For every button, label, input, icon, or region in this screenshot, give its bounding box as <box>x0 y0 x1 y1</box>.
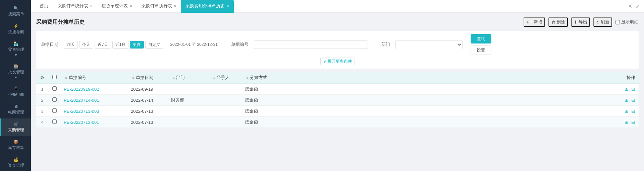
export-button[interactable]: ⬇ 导出 <box>571 17 590 27</box>
tab-inbound-stat[interactable]: 进货单统计表 × <box>97 0 137 13</box>
row-dept-cell <box>168 84 208 95</box>
row-check-cell[interactable] <box>48 84 60 95</box>
tab-purchase-order-stat-close[interactable]: × <box>90 4 92 8</box>
dept-select[interactable] <box>395 40 463 49</box>
row-edit-icon-1[interactable]: ⊞ <box>625 97 629 103</box>
row-action-cell: ⊞ ⊟ <box>612 84 639 95</box>
dept-label: 部门 <box>381 41 390 48</box>
sidebar-item-retail[interactable]: 🏪 零售管理 ▼ <box>0 38 31 61</box>
row-check-cell[interactable] <box>48 106 60 117</box>
doc-num-label: 单据编号 <box>231 41 249 48</box>
tab-purchase-exec[interactable]: 采购订单执行表 × <box>137 0 181 13</box>
row-more-icon-1[interactable]: ⊟ <box>631 97 635 103</box>
select-all-checkbox[interactable] <box>52 75 57 79</box>
sort-icon-handler: ⇅ <box>212 76 215 80</box>
sidebar-item-inventory[interactable]: 📦 库存核算 <box>0 136 31 154</box>
tab-cost-split[interactable]: 采购费用分摊单历史 × <box>181 0 233 13</box>
th-action: 操作 <box>612 72 639 84</box>
th-handler-label: 经手人 <box>216 75 229 80</box>
row-check-cell[interactable] <box>48 95 60 106</box>
search-icon: 🔍 <box>13 6 18 11</box>
close-all-icon[interactable]: ✕ <box>628 3 632 9</box>
row-checkbox-3[interactable] <box>52 119 57 124</box>
export-button-label: 导出 <box>579 19 587 25</box>
row-edit-icon-0[interactable]: ⊞ <box>625 86 629 92</box>
row-more-icon-3[interactable]: ⊟ <box>631 119 635 125</box>
sidebar-item-ecommerce-label: 小畅电商 <box>2 92 30 97</box>
chevron-down-icon: ▼ <box>14 53 18 57</box>
data-table: ⚙ ⇅ 单据编号 ⇅ 单据日期 <box>36 72 639 128</box>
row-gear-cell: 4 <box>36 117 48 128</box>
row-edit-icon-3[interactable]: ⊞ <box>625 119 629 125</box>
row-more-icon-2[interactable]: ⊟ <box>631 108 635 114</box>
query-button[interactable]: 查询 <box>471 34 491 44</box>
delete-button[interactable]: 🗑 删除 <box>548 17 568 27</box>
tab-cost-split-label: 采购费用分摊单历史 <box>185 3 225 9</box>
trash-icon: 🗑 <box>551 20 555 25</box>
table-header-row: ⚙ ⇅ 单据编号 ⇅ 单据日期 <box>36 72 639 84</box>
tab-purchase-order-stat[interactable]: 采购订单统计表 × <box>53 0 97 13</box>
table-row: 2 PE-20220714-001 2022-07-14 财务部 按金额 ⊞ ⊟ <box>36 95 639 106</box>
th-code-label: 单据编号 <box>69 75 86 80</box>
date-btn-more[interactable]: 更多 <box>130 41 144 49</box>
th-action-label: 操作 <box>627 75 635 80</box>
expand-filter-button[interactable]: ∨ 展开更多条件 <box>320 58 355 65</box>
row-code-link-3[interactable]: PE-20220713-001 <box>64 120 99 125</box>
sidebar-item-search[interactable]: 🔍 搜索菜单 <box>0 3 31 20</box>
row-date-cell: 2022-07-13 <box>127 117 168 128</box>
delete-button-label: 删除 <box>556 19 565 25</box>
date-btn-7days[interactable]: 近7天 <box>95 41 111 49</box>
row-checkbox-1[interactable] <box>52 97 57 102</box>
doc-num-input[interactable] <box>254 40 368 49</box>
row-code-link-0[interactable]: PE-20220919-002 <box>64 87 99 92</box>
th-check[interactable] <box>48 72 60 84</box>
th-date: ⇅ 单据日期 <box>127 72 168 84</box>
row-code-cell: PE-20220714-001 <box>60 95 127 106</box>
th-gear[interactable]: ⚙ <box>36 72 48 84</box>
sidebar-item-ecommerce[interactable]: 📱 小畅电商 <box>0 83 31 101</box>
row-handler-cell <box>208 106 241 117</box>
sidebar-item-purchase[interactable]: 🛒 采购管理 <box>0 118 31 136</box>
refresh-button[interactable]: ↻ 刷新 <box>593 17 612 27</box>
row-dept-cell <box>168 106 208 117</box>
tab-cost-split-close[interactable]: × <box>227 4 229 8</box>
tab-home-label: 首页 <box>40 3 48 9</box>
add-button[interactable]: + + 新增 <box>524 17 545 27</box>
maximize-icon[interactable]: ⤢ <box>636 3 640 9</box>
date-btn-yesterday[interactable]: 昨天 <box>64 41 78 49</box>
row-check-cell[interactable] <box>48 117 60 128</box>
tab-purchase-exec-close[interactable]: × <box>174 4 176 8</box>
tab-inbound-stat-close[interactable]: × <box>130 4 132 8</box>
row-code-link-1[interactable]: PE-20220714-001 <box>64 98 99 103</box>
tab-home[interactable]: 首页 <box>35 0 53 13</box>
th-split: ⇅ 分摊方式 <box>241 72 612 84</box>
sidebar-item-wholesale-label: 批发管理 <box>2 69 30 75</box>
row-gear-cell: 3 <box>36 106 48 117</box>
row-checkbox-2[interactable] <box>52 108 57 113</box>
row-handler-cell <box>208 84 241 95</box>
date-range-display: 2022-01-01 至 2022-12-31 <box>170 42 217 48</box>
sidebar-item-inventory-label: 库存核算 <box>2 145 30 151</box>
row-handler-cell <box>208 117 241 128</box>
tab-purchase-exec-label: 采购订单执行表 <box>142 3 172 9</box>
row-handler-cell <box>208 95 241 106</box>
sidebar-item-wholesale[interactable]: 🏬 批发管理 ▼ <box>0 61 31 83</box>
gear-icon[interactable]: ⚙ <box>40 75 44 80</box>
sidebar-item-finance[interactable]: 💰 资金管理 <box>0 154 31 171</box>
finance-icon: 💰 <box>13 157 18 162</box>
th-handler: ⇅ 经手人 <box>208 72 241 84</box>
row-code-link-2[interactable]: PE-20220713-003 <box>64 109 99 114</box>
show-columns-checkbox-label[interactable]: 显示明细 <box>615 19 639 25</box>
settings-button[interactable]: 设置 <box>471 46 491 55</box>
sidebar-item-nav[interactable]: ⚡ 快捷导航 <box>0 20 31 38</box>
date-btn-1month[interactable]: 近1月 <box>112 41 129 49</box>
date-btn-custom[interactable]: 自定义 <box>145 41 163 49</box>
row-edit-icon-2[interactable]: ⊞ <box>625 108 629 114</box>
date-btn-today[interactable]: 今天 <box>79 41 93 49</box>
filter-bar: 单据日期 昨天 今天 近7天 近1月 更多 自定义 2022-01-01 至 2… <box>36 31 639 69</box>
sidebar-item-ecom-manage[interactable]: 🖥 电商管理 <box>0 101 31 118</box>
row-checkbox-0[interactable] <box>52 86 57 91</box>
show-columns-checkbox[interactable] <box>615 20 620 24</box>
row-more-icon-0[interactable]: ⊟ <box>631 86 635 92</box>
refresh-icon: ↻ <box>596 20 600 25</box>
